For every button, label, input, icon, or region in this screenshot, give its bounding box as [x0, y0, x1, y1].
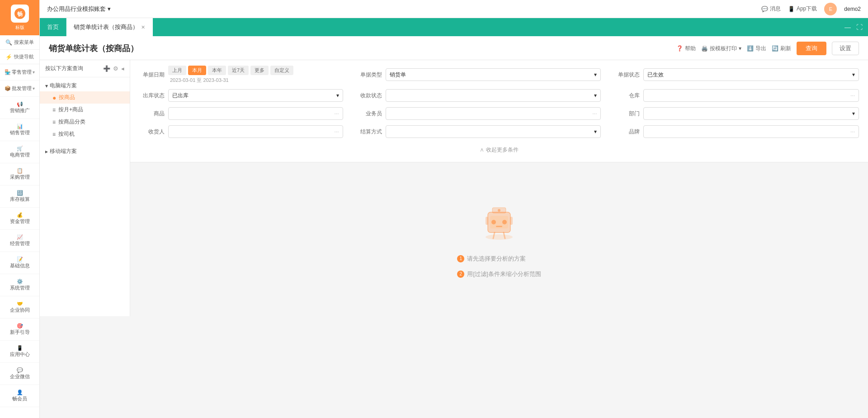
scheme-item-by-month-product[interactable]: ≡ 按月+商品 — [40, 104, 130, 116]
page-title: 销货单统计表（按商品） — [49, 43, 138, 54]
content-right: 单据日期 上月 本月 本年 近7天 更多 自定义 2023-03-01 至 20… — [130, 60, 868, 316]
finance-icon: 💰 — [17, 212, 23, 218]
sidebar-item-enterprise[interactable]: 🤝 企业协同 — [0, 296, 39, 318]
date-range-text: 2023-03-01 至 2023-03-31 — [170, 77, 229, 84]
mobile-scheme-group-header[interactable]: ▸ 移动端方案 — [40, 146, 130, 157]
header-right: 💬 消息 📱 App下载 E demo2 — [761, 3, 861, 15]
sidebar-item-inventory[interactable]: 🔢 库存核算 — [0, 185, 39, 208]
setting-button[interactable]: 设置 — [832, 42, 859, 55]
export-icon: ⬇️ — [747, 45, 754, 52]
sidebar-item-wholesale[interactable]: 📦 批发管理 — [0, 81, 39, 97]
retail-icon: 🏪 — [5, 69, 11, 75]
sidebar-quick-nav[interactable]: ⚡ 快捷导航 — [0, 50, 39, 64]
sidebar-item-retail[interactable]: 🏪 零售管理 — [0, 64, 39, 81]
filter-payment-label: 结算方式 — [357, 128, 382, 136]
filter-receipt-status-item: 收款状态 ▾ — [357, 89, 601, 102]
date-btn-this-year[interactable]: 本年 — [208, 66, 226, 75]
tab-sales-stats[interactable]: 销货单统计表（按商品） ✕ — [66, 18, 153, 36]
sidebar-item-app-center[interactable]: 📱 应用中心 — [0, 341, 39, 363]
filter-panel: 单据日期 上月 本月 本年 近7天 更多 自定义 2023-03-01 至 20… — [130, 60, 868, 162]
sidebar-item-finance[interactable]: 💰 资金管理 — [0, 208, 39, 230]
sidebar-item-ecommerce[interactable]: 🛒 电商管理 — [0, 141, 39, 163]
doc-status-select[interactable]: 已生效 ▾ — [643, 68, 859, 81]
scheme-item-by-category[interactable]: ≡ 按商品分类 — [40, 116, 130, 128]
filter-warehouse-status-control: 已出库 ▾ — [168, 89, 343, 102]
app-download-label: App下载 — [797, 5, 817, 13]
sidebar-item-operations[interactable]: 📈 经营管理 — [0, 230, 39, 252]
date-btn-this-month[interactable]: 本月 — [188, 66, 206, 75]
app-selector[interactable]: 办公用品行业模拟账套 ▾ — [47, 5, 111, 13]
query-button[interactable]: 查询 — [797, 42, 826, 55]
date-btn-last-month[interactable]: 上月 — [168, 66, 186, 75]
sidebar-item-basic-info[interactable]: 📝 基础信息 — [0, 252, 39, 274]
consignee-input[interactable]: ··· — [168, 125, 343, 138]
export-button[interactable]: ⬇️ 导出 — [747, 45, 766, 52]
filter-product-item: 商品 ··· — [139, 107, 343, 120]
warehouse-dots[interactable]: ··· — [850, 92, 855, 99]
warehouse-input[interactable]: ··· — [643, 89, 859, 102]
warehouse-status-select[interactable]: 已出库 ▾ — [168, 89, 343, 102]
sidebar-item-sales[interactable]: 📊 销售管理 — [0, 119, 39, 141]
template-print-button[interactable]: 🖨️ 按模板打印 ▾ — [701, 45, 741, 52]
date-btn-custom[interactable]: 自定义 — [270, 66, 293, 75]
filter-consignee-label: 收货人 — [139, 128, 165, 136]
doc-type-value: 销货单 — [390, 71, 406, 79]
scheme-item-by-product[interactable]: ● 按商品 — [40, 91, 130, 104]
sidebar-search-menu[interactable]: 🔍 搜索菜单 — [0, 35, 39, 50]
receipt-status-select[interactable]: ▾ — [386, 89, 601, 102]
tab-minimize-icon[interactable]: — — [843, 23, 853, 32]
add-scheme-icon[interactable]: ➕ — [103, 65, 110, 72]
filter-warehouse-status-item: 出库状态 已出库 ▾ — [139, 89, 343, 102]
salesperson-input[interactable]: ··· — [386, 107, 601, 120]
tab-home[interactable]: 首页 — [40, 18, 66, 36]
operations-label: 经营管理 — [10, 240, 30, 247]
collapse-panel-icon[interactable]: ◂ — [121, 65, 124, 72]
sidebar-item-weixin[interactable]: 💬 企业微信 — [0, 363, 39, 385]
app-selector-chevron-icon: ▾ — [108, 5, 111, 12]
salesperson-dots[interactable]: ··· — [592, 110, 597, 117]
brand-dots[interactable]: ··· — [850, 128, 855, 135]
left-panel-icons: ➕ ⚙ ◂ — [103, 65, 124, 72]
filter-row-4: 收货人 ··· 结算方式 — [139, 125, 859, 138]
brand-input[interactable]: ··· — [643, 125, 859, 138]
consignee-dots[interactable]: ··· — [335, 128, 339, 135]
app-download-button[interactable]: 📱 App下载 — [788, 5, 817, 13]
payment-select[interactable]: ▾ — [386, 125, 601, 138]
collapse-bar[interactable]: ∧ 收起更多条件 — [139, 143, 859, 157]
date-btn-7days[interactable]: 近7天 — [228, 66, 249, 75]
sidebar-item-member[interactable]: 👤 畅会员 — [0, 385, 39, 407]
page-title-row: 销货单统计表（按商品） ❓ 帮助 🖨️ 按模板打印 ▾ ⬇️ 导出 — [49, 42, 859, 60]
step1-label: 请先选择要分析的方案 — [467, 253, 526, 265]
product-dots[interactable]: ··· — [335, 110, 339, 117]
sidebar-item-marketing[interactable]: 📢 营销推广 — [0, 97, 39, 119]
inventory-icon: 🔢 — [17, 190, 23, 196]
filter-warehouse-control: ··· — [643, 89, 859, 102]
date-btn-more[interactable]: 更多 — [250, 66, 269, 75]
pc-scheme-group-header[interactable]: ▾ 电脑端方案 — [40, 80, 130, 91]
filter-doc-status-control: 已生效 ▾ — [643, 68, 859, 81]
department-select[interactable]: ▾ — [643, 107, 859, 120]
doc-type-select[interactable]: 销货单 ▾ — [386, 68, 601, 81]
filter-product-control: ··· — [168, 107, 343, 120]
sidebar-item-guide[interactable]: 🎯 新手引导 — [0, 318, 39, 341]
top-header: 办公用品行业模拟账套 ▾ 💬 消息 📱 App下载 E demo2 — [40, 0, 868, 18]
date-range-bar: 上月 本月 本年 近7天 更多 自定义 2023-03-01 至 2023-03… — [168, 66, 343, 84]
message-button[interactable]: 💬 消息 — [761, 5, 781, 13]
sidebar-item-system[interactable]: ⚙️ 系统管理 — [0, 274, 39, 296]
scheme-item-by-driver[interactable]: ≡ 按司机 — [40, 128, 130, 140]
empty-step-1: 1 请先选择要分析的方案 — [457, 253, 541, 265]
content-area: 销货单统计表（按商品） ❓ 帮助 🖨️ 按模板打印 ▾ ⬇️ 导出 — [40, 36, 868, 418]
settings-scheme-icon[interactable]: ⚙ — [113, 65, 118, 72]
filter-salesperson-label: 业务员 — [357, 110, 382, 118]
tab-close-icon[interactable]: ✕ — [141, 24, 145, 30]
step2-num: 2 — [457, 271, 464, 278]
refresh-button[interactable]: 🔄 刷新 — [772, 45, 791, 52]
user-name[interactable]: demo2 — [844, 6, 861, 12]
tab-maximize-icon[interactable]: ⛶ — [854, 23, 864, 32]
user-avatar[interactable]: E — [824, 3, 837, 15]
product-input[interactable]: ··· — [168, 107, 343, 120]
export-label: 导出 — [755, 45, 766, 52]
help-button[interactable]: ❓ 帮助 — [676, 45, 696, 52]
sidebar-item-purchase[interactable]: 📋 采购管理 — [0, 163, 39, 185]
filter-brand-item: 品牌 ··· — [614, 125, 859, 138]
